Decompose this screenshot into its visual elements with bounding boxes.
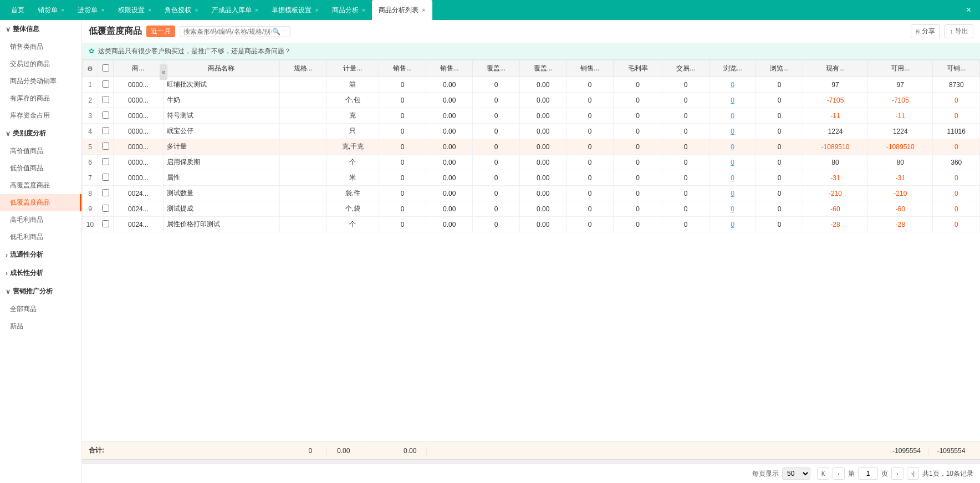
horizontal-scrollbar[interactable] [82,459,980,464]
row-checkbox-cell[interactable] [98,77,114,93]
nav-item-production[interactable]: 产成品入库单 × [205,0,265,20]
row-checkbox-cell[interactable] [98,93,114,108]
row-browse1[interactable]: 0 [709,217,756,232]
sidebar-item-low-coverage[interactable]: 低覆盖度商品 [0,194,81,211]
col-current[interactable]: 现有... [803,60,867,77]
row-browse1[interactable]: 0 [709,108,756,124]
row-browse1[interactable]: 0 [709,201,756,217]
close-analysis-list-icon[interactable]: × [422,7,425,13]
sidebar-item-high-value[interactable]: 高价值商品 [0,143,81,160]
col-coverage2[interactable]: 覆盖... [519,60,566,77]
col-gear[interactable]: ⚙ [83,60,98,77]
sidebar-item-category-rate[interactable]: 商品分类动销率 [0,73,81,90]
col-coverage1[interactable]: 覆盖... [473,60,520,77]
row-browse1[interactable]: 0 [709,186,756,201]
nav-item-analysis-list[interactable]: 商品分析列表 × [372,0,432,20]
close-analysis-icon[interactable]: × [362,7,365,13]
col-name[interactable]: 商品名称 [163,60,279,77]
row-checkbox[interactable] [102,189,109,196]
col-unit[interactable]: 计量... [326,60,379,77]
col-browse1[interactable]: 浏览... [709,60,756,77]
sidebar-item-in-stock[interactable]: 有库存的商品 [0,90,81,107]
sidebar-item-traded-goods[interactable]: 交易过的商品 [0,55,81,73]
close-all-button[interactable]: × [962,3,976,17]
row-checkbox[interactable] [102,143,109,150]
sidebar-item-low-value[interactable]: 低价值商品 [0,160,81,177]
search-input[interactable] [183,28,272,35]
sidebar-section-category[interactable]: ∨ 类别度分析 [0,124,81,143]
col-spec[interactable]: 规格... [279,60,326,77]
next-page-button[interactable]: › [891,467,904,480]
row-checkbox-cell[interactable] [98,124,114,139]
share-button[interactable]: ⎘ 分享 [911,24,940,38]
close-template-icon[interactable]: × [315,7,318,13]
close-role-icon[interactable]: × [195,7,198,13]
nav-item-role[interactable]: 角色授权 × [158,0,205,20]
sidebar-item-sales-goods[interactable]: 销售类商品 [0,38,81,55]
row-checkbox[interactable] [102,205,109,212]
time-filter-button[interactable]: 近一月 [146,26,175,37]
row-browse1[interactable]: 0 [709,124,756,139]
row-browse1[interactable]: 0 [709,170,756,186]
row-browse1[interactable]: 0 [709,93,756,108]
row-checkbox[interactable] [102,127,109,134]
total-current: -1095554 [885,447,929,455]
sidebar-section-marketing[interactable]: ∨ 营销推广分析 [0,282,81,301]
prev-page-button[interactable]: ‹ [833,467,845,480]
row-checkbox[interactable] [102,96,109,103]
row-checkbox[interactable] [102,220,109,227]
sidebar-section-overall[interactable]: ∨ 整体信息 [0,20,81,38]
nav-item-analysis[interactable]: 商品分析 × [325,0,372,20]
gear-icon[interactable]: ⚙ [87,65,93,73]
row-checkbox-cell[interactable] [98,186,114,201]
select-all-checkbox[interactable] [102,64,109,72]
sidebar-item-stock-capital[interactable]: 库存资金占用 [0,107,81,124]
search-icon[interactable]: 🔍 [272,28,280,35]
row-checkbox[interactable] [102,158,109,165]
col-available[interactable]: 可用... [868,60,933,77]
sidebar-collapse-button[interactable]: « [160,64,167,80]
col-sales3[interactable]: 销售... [566,60,614,77]
page-number-input[interactable] [858,467,878,480]
row-checkbox[interactable] [102,174,109,181]
close-permission-icon[interactable]: × [148,7,151,13]
export-button[interactable]: ↑ 导出 [945,24,973,38]
nav-item-home[interactable]: 首页 [4,0,31,20]
row-browse1[interactable]: 0 [709,77,756,93]
row-checkbox-cell[interactable] [98,108,114,124]
col-gross-margin[interactable]: 毛利率 [613,60,662,77]
col-sellable[interactable]: 可销... [933,60,980,77]
nav-item-sales[interactable]: 销货单 × [31,0,71,20]
col-trade[interactable]: 交易... [662,60,710,77]
row-checkbox-cell[interactable] [98,139,114,155]
sidebar-section-growth[interactable]: › 成长性分析 [0,264,81,282]
col-code[interactable]: 商... [114,60,164,77]
col-sales1[interactable]: 销售... [379,60,426,77]
close-production-icon[interactable]: × [255,7,258,13]
row-checkbox-cell[interactable] [98,155,114,170]
row-checkbox-cell[interactable] [98,217,114,232]
nav-item-template[interactable]: 单据模板设置 × [265,0,325,20]
sidebar-item-high-margin[interactable]: 高毛利商品 [0,211,81,228]
nav-item-permission[interactable]: 权限设置 × [111,0,158,20]
col-browse2[interactable]: 浏览... [756,60,803,77]
nav-item-purchase[interactable]: 进货单 × [71,0,111,20]
sidebar-section-flow[interactable]: › 流通性分析 [0,246,81,264]
col-sales2[interactable]: 销售... [426,60,473,77]
sidebar-item-all-goods[interactable]: 全部商品 [0,301,81,318]
sidebar-item-new-goods[interactable]: 新品 [0,318,81,335]
first-page-button[interactable]: К [817,467,829,480]
close-sales-icon[interactable]: × [61,7,64,13]
last-page-button[interactable]: ›| [907,467,919,480]
sidebar-item-high-coverage[interactable]: 高覆盖度商品 [0,177,81,194]
row-checkbox[interactable] [102,111,109,119]
page-size-select[interactable]: 50 100 200 [782,467,810,480]
sidebar-item-low-margin[interactable]: 低毛利商品 [0,228,81,246]
col-checkbox[interactable] [98,60,114,77]
row-browse1[interactable]: 0 [709,155,756,170]
close-purchase-icon[interactable]: × [101,7,104,13]
row-checkbox-cell[interactable] [98,201,114,217]
row-checkbox[interactable] [102,80,109,88]
row-browse1[interactable]: 0 [709,139,756,155]
row-checkbox-cell[interactable] [98,170,114,186]
